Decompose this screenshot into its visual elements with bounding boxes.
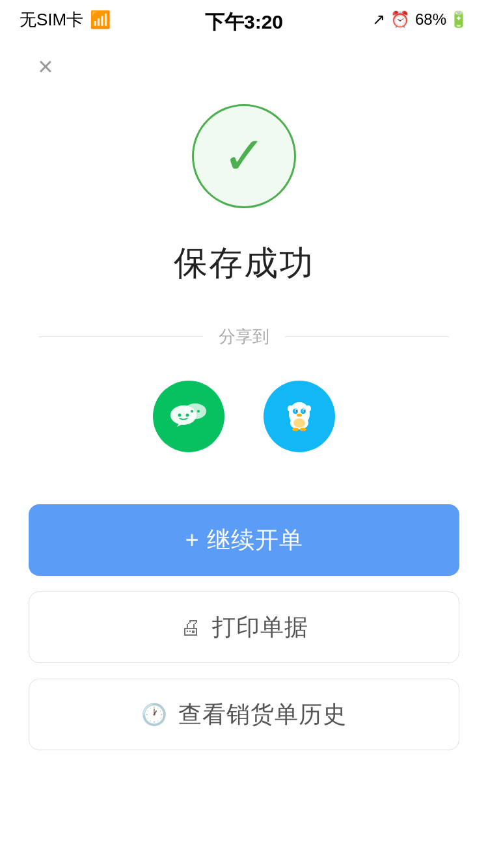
history-icon: 🕐: [141, 702, 168, 727]
alarm-icon: ⏰: [390, 10, 410, 29]
svg-point-13: [303, 410, 305, 411]
qq-share-button[interactable]: [264, 381, 335, 452]
history-label: 查看销货单历史: [178, 699, 347, 731]
wifi-icon: 📶: [90, 10, 111, 30]
battery-icon: 🔋: [449, 10, 468, 29]
print-button[interactable]: 🖨 打印单据: [29, 591, 459, 663]
svg-point-3: [185, 413, 189, 416]
divider-line-left: [39, 336, 203, 337]
main-content: ✓ 保存成功 分享到: [0, 39, 488, 750]
wechat-share-button[interactable]: [153, 381, 224, 452]
svg-point-18: [292, 427, 299, 431]
close-icon: ×: [38, 53, 53, 79]
svg-point-12: [295, 410, 297, 411]
svg-point-14: [297, 413, 302, 416]
status-bar: 无SIM卡 📶 下午3:20 ↗ ⏰ 68% 🔋: [0, 0, 488, 39]
share-icons-container: [153, 381, 335, 452]
action-buttons: + 继续开单 🖨 打印单据 🕐 查看销货单历史: [0, 504, 488, 750]
success-title: 保存成功: [174, 241, 314, 286]
continue-label: + 继续开单: [185, 524, 303, 556]
status-right: ↗ ⏰ 68% 🔋: [372, 10, 468, 29]
svg-point-17: [306, 405, 311, 412]
wechat-icon: [168, 396, 210, 438]
checkmark-icon: ✓: [223, 130, 266, 182]
status-left: 无SIM卡 📶: [20, 8, 111, 31]
qq-icon: [278, 396, 321, 438]
continue-order-button[interactable]: + 继续开单: [29, 504, 459, 576]
svg-point-5: [197, 410, 200, 413]
share-label: 分享到: [203, 325, 285, 348]
svg-point-4: [191, 410, 193, 413]
svg-point-16: [288, 405, 293, 412]
share-divider: 分享到: [0, 325, 488, 348]
location-icon: ↗: [372, 10, 385, 29]
carrier-text: 无SIM卡: [20, 8, 83, 31]
status-time: 下午3:20: [205, 9, 283, 36]
svg-point-2: [178, 413, 181, 416]
print-label: 打印单据: [212, 612, 308, 644]
close-button[interactable]: ×: [26, 47, 65, 86]
svg-point-19: [300, 427, 306, 431]
battery-indicator: 68% 🔋: [415, 10, 468, 29]
history-button[interactable]: 🕐 查看销货单历史: [29, 679, 459, 750]
success-circle: ✓: [192, 104, 296, 208]
divider-line-right: [285, 336, 449, 337]
print-icon: 🖨: [180, 616, 202, 640]
svg-point-15: [293, 418, 305, 427]
battery-percent: 68%: [415, 10, 446, 29]
